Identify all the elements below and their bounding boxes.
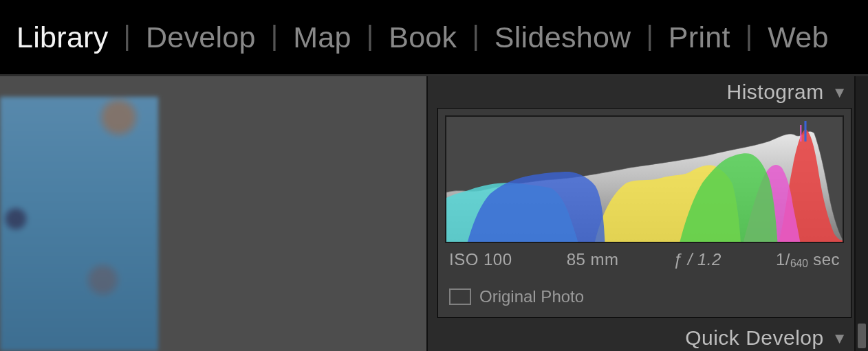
histogram-panel: ISO 100 85 mm ƒ / 1.2 1/640 sec Original… (437, 108, 851, 318)
original-photo-row[interactable]: Original Photo (445, 269, 844, 312)
quick-develop-title: Quick Develop (685, 326, 824, 350)
original-photo-checkbox[interactable] (449, 288, 471, 305)
nav-item-map[interactable]: Map (293, 23, 351, 52)
image-area[interactable] (0, 76, 426, 351)
photo-thumbnail[interactable] (0, 97, 158, 351)
original-photo-label: Original Photo (479, 287, 584, 306)
nav-item-library[interactable]: Library (17, 23, 109, 52)
nav-item-develop[interactable]: Develop (146, 23, 256, 52)
nav-separator: | (646, 22, 653, 49)
exif-shutter: 1/640 sec (776, 250, 840, 269)
collapse-icon: ▼ (832, 330, 847, 348)
nav-item-book[interactable]: Book (389, 23, 457, 52)
nav-item-print[interactable]: Print (669, 23, 730, 52)
workspace: Histogram ▼ (0, 76, 868, 351)
exif-row: ISO 100 85 mm ƒ / 1.2 1/640 sec (445, 243, 844, 269)
module-nav: Library | Develop | Map | Book | Slidesh… (0, 0, 868, 76)
nav-separator: | (367, 22, 373, 49)
nav-item-slideshow[interactable]: Slideshow (495, 23, 631, 52)
right-panel-scrollbar[interactable] (854, 76, 868, 351)
nav-separator: | (271, 22, 278, 49)
histogram-title: Histogram (727, 80, 824, 104)
histogram-display[interactable] (445, 115, 844, 243)
exif-iso: ISO 100 (449, 250, 512, 269)
nav-separator: | (124, 22, 131, 49)
collapse-icon: ▼ (832, 84, 847, 102)
histogram-svg (446, 117, 843, 242)
histogram-panel-header[interactable]: Histogram ▼ (428, 76, 868, 108)
right-panel: Histogram ▼ (426, 76, 868, 351)
nav-separator: | (472, 22, 479, 49)
quick-develop-panel-header[interactable]: Quick Develop ▼ (428, 322, 868, 351)
exif-aperture: ƒ / 1.2 (673, 250, 721, 269)
nav-item-web[interactable]: Web (768, 23, 829, 52)
exif-focal-length: 85 mm (567, 250, 619, 269)
scrollbar-thumb[interactable] (858, 324, 866, 348)
nav-separator: | (746, 22, 752, 49)
svg-rect-1 (800, 125, 801, 141)
svg-rect-0 (804, 121, 806, 141)
